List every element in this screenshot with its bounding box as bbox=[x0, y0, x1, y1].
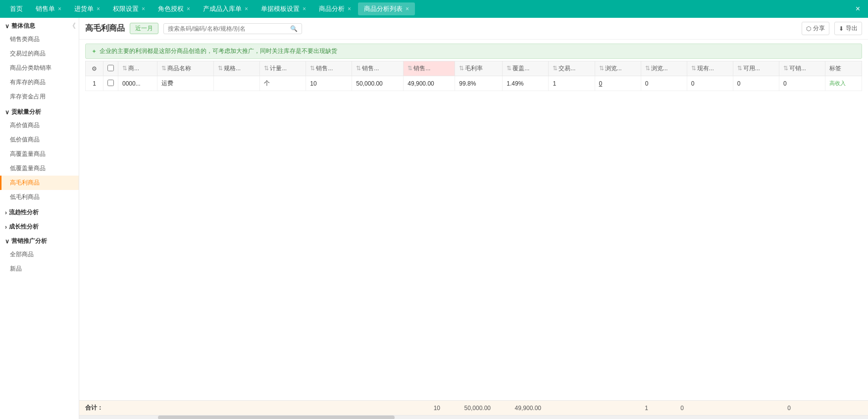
sidebar-item-new-goods[interactable]: 新品 bbox=[0, 262, 79, 276]
th-unit[interactable]: ⇅计量... bbox=[260, 61, 306, 76]
search-box[interactable]: 🔍 bbox=[163, 23, 302, 34]
th-sale1[interactable]: ⇅销售... bbox=[306, 61, 352, 76]
sidebar-collapse-btn[interactable]: 《 bbox=[69, 22, 76, 31]
cell-sale1: 10 bbox=[306, 76, 352, 91]
table-row: 1 0000... 运费 个 10 50,000.00 49,900.00 99… bbox=[86, 76, 862, 91]
th-seq[interactable]: ⚙ bbox=[86, 61, 103, 76]
cell-unit: 个 bbox=[260, 76, 306, 91]
nav-analysis[interactable]: 商品分析 × bbox=[313, 2, 357, 15]
alert-bar: ✦ 企业的主要的利润都是这部分商品创造的，可考虑加大推广，同时关注库存是不要出现… bbox=[85, 44, 862, 59]
table-container[interactable]: ⚙ ⇅商... ⇅商品名称 ⇅规格... ⇅计量... ⇅销售... ⇅销售..… bbox=[79, 61, 868, 400]
sidebar-item-in-stock[interactable]: 有库存的商品 bbox=[0, 75, 79, 90]
share-icon: ⬡ bbox=[806, 25, 811, 32]
footer-available: 0 bbox=[761, 405, 791, 412]
scrollbar-thumb[interactable] bbox=[158, 416, 395, 419]
nav-home[interactable]: 首页 bbox=[4, 2, 29, 15]
th-browse1[interactable]: ⇅浏览... bbox=[595, 61, 641, 76]
nav-close-products-in[interactable]: × bbox=[245, 5, 248, 12]
nav-close-permissions[interactable]: × bbox=[142, 5, 145, 12]
nav-roles[interactable]: 角色授权 × bbox=[152, 2, 196, 15]
th-spec[interactable]: ⇅规格... bbox=[214, 61, 260, 76]
th-check[interactable] bbox=[103, 61, 118, 76]
select-all-checkbox[interactable] bbox=[107, 65, 114, 71]
th-sale2[interactable]: ⇅销售... bbox=[352, 61, 404, 76]
cell-transaction: 1 bbox=[549, 76, 595, 91]
sidebar-item-high-margin[interactable]: 高毛利商品 bbox=[0, 176, 79, 190]
cell-check[interactable] bbox=[103, 76, 118, 91]
page-title: 高毛利商品 bbox=[85, 23, 125, 34]
th-code[interactable]: ⇅商... bbox=[118, 61, 157, 76]
th-current[interactable]: ⇅现有... bbox=[687, 61, 733, 76]
cell-sale3: 49,900.00 bbox=[404, 76, 455, 91]
chevron-down-icon: ∨ bbox=[5, 23, 9, 30]
sidebar-item-high-value[interactable]: 高价值商品 bbox=[0, 118, 79, 133]
nav-close-template[interactable]: × bbox=[303, 5, 306, 12]
th-gross-rate[interactable]: ⇅毛利率 bbox=[455, 61, 503, 76]
horizontal-scrollbar[interactable] bbox=[79, 415, 868, 419]
nav-template[interactable]: 单据模板设置 × bbox=[255, 2, 312, 15]
cell-seq: 1 bbox=[86, 76, 103, 91]
nav-purchase[interactable]: 进货单 × bbox=[68, 2, 106, 15]
cell-name: 运费 bbox=[157, 76, 214, 91]
sidebar-group-marketing[interactable]: ∨ 营销推广分析 bbox=[0, 233, 79, 247]
sidebar-item-low-margin[interactable]: 低毛利商品 bbox=[0, 190, 79, 204]
th-browse2[interactable]: ⇅浏览... bbox=[641, 61, 687, 76]
th-sale3[interactable]: ⇅销售... bbox=[404, 61, 455, 76]
nav-window-close[interactable]: × bbox=[852, 2, 864, 15]
filter-month-btn[interactable]: 近一月 bbox=[130, 23, 158, 34]
chevron-right-icon: › bbox=[5, 209, 7, 216]
sidebar-item-high-coverage[interactable]: 高覆盖量商品 bbox=[0, 147, 79, 161]
nav-analysis-list[interactable]: 商品分析列表 × bbox=[358, 2, 415, 15]
browse1-link[interactable]: 0 bbox=[599, 80, 603, 87]
sidebar-item-stock-capital[interactable]: 库存资金占用 bbox=[0, 90, 79, 104]
nav-close-sales[interactable]: × bbox=[58, 5, 61, 12]
cell-browse1[interactable]: 0 bbox=[595, 76, 641, 91]
sidebar-group-overview[interactable]: ∨ 整体信息 bbox=[0, 18, 79, 32]
sidebar-item-low-coverage[interactable]: 低覆盖量商品 bbox=[0, 161, 79, 176]
footer-total-label: 合计： bbox=[85, 404, 103, 412]
alert-text: 企业的主要的利润都是这部分商品创造的，可考虑加大推广，同时关注库存是不要出现缺货 bbox=[100, 47, 337, 55]
row-checkbox[interactable] bbox=[107, 80, 114, 86]
chevron-down-icon-3: ∨ bbox=[5, 238, 9, 245]
cell-sale2: 50,000.00 bbox=[352, 76, 404, 91]
main-layout: 《 ∨ 整体信息 销售类商品 交易过的商品 商品分类助销率 有库存的商品 库存资… bbox=[0, 18, 868, 419]
th-transaction[interactable]: ⇅交易... bbox=[549, 61, 595, 76]
data-table: ⚙ ⇅商... ⇅商品名称 ⇅规格... ⇅计量... ⇅销售... ⇅销售..… bbox=[85, 61, 862, 91]
share-btn[interactable]: ⬡ 分享 bbox=[802, 22, 829, 35]
th-name[interactable]: ⇅商品名称 bbox=[157, 61, 214, 76]
sidebar-group-trend[interactable]: › 流趋性分析 bbox=[0, 204, 79, 219]
nav-close-roles[interactable]: × bbox=[187, 5, 190, 12]
nav-permissions[interactable]: 权限设置 × bbox=[107, 2, 151, 15]
th-available[interactable]: ⇅可用... bbox=[733, 61, 779, 76]
nav-close-analysis[interactable]: × bbox=[348, 5, 351, 12]
cell-available: 0 bbox=[733, 76, 779, 91]
content-header: 高毛利商品 近一月 🔍 ⬡ 分享 ⬇ 导出 bbox=[79, 18, 868, 40]
sidebar-item-traded-goods[interactable]: 交易过的商品 bbox=[0, 47, 79, 61]
cell-spec bbox=[214, 76, 260, 91]
search-input[interactable] bbox=[168, 25, 287, 32]
footer-sale1: 10 bbox=[410, 405, 440, 412]
header-actions: ⬡ 分享 ⬇ 导出 bbox=[802, 22, 862, 35]
nav-close-purchase[interactable]: × bbox=[97, 5, 100, 12]
sidebar-item-low-value[interactable]: 低价值商品 bbox=[0, 133, 79, 147]
sidebar-group-contribution[interactable]: ∨ 贡献量分析 bbox=[0, 104, 79, 118]
sidebar-item-sales-goods[interactable]: 销售类商品 bbox=[0, 32, 79, 47]
nav-sales[interactable]: 销售单 × bbox=[30, 2, 67, 15]
nav-products-in[interactable]: 产成品入库单 × bbox=[197, 2, 254, 15]
export-btn[interactable]: ⬇ 导出 bbox=[834, 22, 862, 35]
th-coverage[interactable]: ⇅覆盖... bbox=[503, 61, 549, 76]
th-tag[interactable]: 标签 bbox=[825, 61, 862, 76]
content-area: 高毛利商品 近一月 🔍 ⬡ 分享 ⬇ 导出 ✦ 企业的主要的利润都是这部分商品创… bbox=[79, 18, 868, 419]
sidebar: 《 ∨ 整体信息 销售类商品 交易过的商品 商品分类助销率 有库存的商品 库存资… bbox=[0, 18, 79, 419]
footer-browse1: 0 bbox=[654, 405, 684, 412]
sidebar-group-growth[interactable]: › 成长性分析 bbox=[0, 219, 79, 233]
sidebar-item-category-rate[interactable]: 商品分类助销率 bbox=[0, 61, 79, 75]
cell-code: 0000... bbox=[118, 76, 157, 91]
footer-transaction: 1 bbox=[618, 405, 648, 412]
th-sellable[interactable]: ⇅可销... bbox=[779, 61, 825, 76]
settings-icon[interactable]: ⚙ bbox=[92, 65, 97, 72]
sidebar-item-all-goods[interactable]: 全部商品 bbox=[0, 247, 79, 262]
export-icon: ⬇ bbox=[839, 25, 844, 32]
search-icon[interactable]: 🔍 bbox=[290, 25, 298, 32]
nav-close-analysis-list[interactable]: × bbox=[406, 5, 409, 12]
